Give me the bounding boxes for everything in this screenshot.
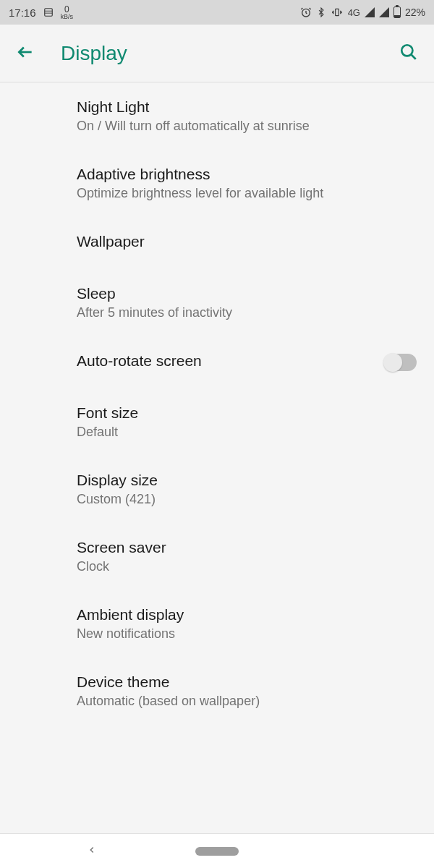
setting-title: Sleep	[77, 285, 417, 302]
setting-title: Night Light	[77, 98, 417, 116]
setting-text: SleepAfter 5 minutes of inactivity	[77, 285, 417, 320]
network-type: 4G	[348, 7, 360, 18]
setting-item-night-light[interactable]: Night LightOn / Will turn off automatica…	[0, 82, 434, 150]
nav-home-pill[interactable]	[195, 847, 239, 856]
setting-title: Display size	[77, 472, 417, 489]
setting-subtitle: Custom (421)	[77, 492, 417, 507]
setting-item-adaptive-brightness[interactable]: Adaptive brightnessOptimize brightness l…	[0, 150, 434, 217]
status-right: 4G 22%	[300, 7, 425, 18]
setting-title: Auto-rotate screen	[77, 352, 385, 370]
setting-title: Adaptive brightness	[77, 166, 417, 183]
setting-subtitle: Automatic (based on wallpaper)	[77, 694, 417, 709]
toggle-knob	[383, 353, 402, 372]
svg-rect-0	[44, 9, 52, 17]
setting-subtitle: After 5 minutes of inactivity	[77, 305, 417, 320]
svg-point-10	[401, 45, 412, 56]
setting-item-ambient-display[interactable]: Ambient displayNew notifications	[0, 590, 434, 658]
setting-subtitle: Clock	[77, 559, 417, 574]
notification-icon	[43, 7, 54, 17]
nav-bar	[0, 833, 434, 868]
battery-percent: 22%	[405, 7, 425, 18]
setting-subtitle: Optimize brightness level for available …	[77, 186, 417, 201]
page-title: Display	[61, 42, 373, 65]
setting-title: Device theme	[77, 673, 417, 691]
toggle-switch[interactable]	[385, 354, 417, 371]
back-button[interactable]	[16, 43, 35, 64]
alarm-icon	[300, 7, 312, 18]
setting-text: Device themeAutomatic (based on wallpape…	[77, 673, 417, 709]
setting-text: Night LightOn / Will turn off automatica…	[77, 98, 417, 134]
setting-title: Wallpaper	[77, 233, 417, 250]
setting-title: Font size	[77, 404, 417, 422]
app-header: Display	[0, 25, 434, 82]
setting-text: Wallpaper	[77, 233, 417, 253]
setting-item-wallpaper[interactable]: Wallpaper	[0, 217, 434, 269]
setting-text: Font sizeDefault	[77, 404, 417, 440]
setting-subtitle: Default	[77, 425, 417, 440]
bluetooth-icon	[316, 7, 326, 18]
signal-icon-1	[365, 7, 375, 17]
nav-back-button[interactable]	[87, 843, 97, 859]
setting-text: Adaptive brightnessOptimize brightness l…	[77, 166, 417, 201]
setting-subtitle: New notifications	[77, 626, 417, 642]
setting-item-auto-rotate-screen[interactable]: Auto-rotate screen	[0, 336, 434, 388]
battery-icon	[393, 7, 401, 18]
vibrate-icon	[331, 7, 344, 17]
setting-text: Auto-rotate screen	[77, 352, 385, 373]
data-speed: 0 kB/s	[61, 5, 74, 20]
clock-time: 17:16	[9, 7, 36, 19]
settings-list: Night LightOn / Will turn off automatica…	[0, 82, 434, 833]
setting-item-font-size[interactable]: Font sizeDefault	[0, 388, 434, 456]
status-bar: 17:16 0 kB/s 4G 22%	[0, 0, 434, 25]
setting-text: Ambient displayNew notifications	[77, 606, 417, 642]
setting-text: Screen saverClock	[77, 539, 417, 574]
search-button[interactable]	[399, 43, 418, 64]
setting-item-screen-saver[interactable]: Screen saverClock	[0, 523, 434, 590]
setting-text: Display sizeCustom (421)	[77, 472, 417, 507]
status-left: 17:16 0 kB/s	[9, 5, 73, 20]
svg-rect-4	[335, 9, 339, 15]
setting-item-display-size[interactable]: Display sizeCustom (421)	[0, 456, 434, 523]
setting-subtitle: On / Will turn off automatically at sunr…	[77, 119, 417, 134]
setting-item-sleep[interactable]: SleepAfter 5 minutes of inactivity	[0, 269, 434, 336]
setting-title: Ambient display	[77, 606, 417, 624]
signal-icon-2	[379, 7, 389, 17]
svg-line-11	[411, 54, 416, 59]
setting-item-device-theme[interactable]: Device themeAutomatic (based on wallpape…	[0, 658, 434, 725]
setting-title: Screen saver	[77, 539, 417, 556]
